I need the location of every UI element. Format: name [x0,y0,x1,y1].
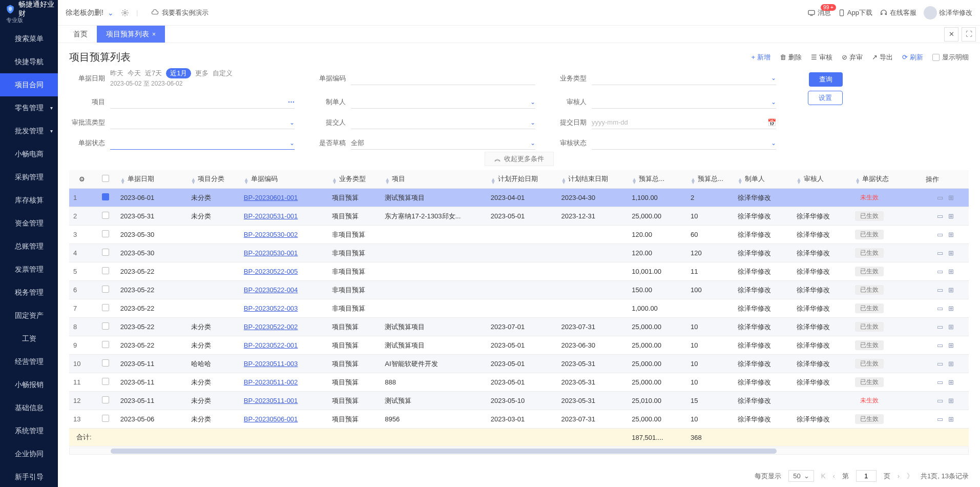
demo-link[interactable]: 我要看实例演示 [151,8,208,17]
view-icon[interactable]: ▭ [937,397,943,404]
more-icon[interactable]: ⊞ [948,360,954,368]
tab-close-all-button[interactable]: ✕ [944,27,958,42]
row-checkbox[interactable] [102,286,109,293]
view-icon[interactable]: ▭ [937,341,943,349]
select-is-draft[interactable]: 全部⌄ [351,136,535,150]
input-bill-code[interactable] [351,72,535,85]
horizontal-scrollbar[interactable] [69,448,969,455]
more-icon[interactable]: ⊞ [948,323,954,331]
bill-code-link[interactable]: BP-20230522-002 [244,323,298,331]
company-selector[interactable]: 徐老板勿删! ⌄ [66,8,114,17]
table-row[interactable]: 52023-05-22BP-20230522-005非项目预算10,001.00… [69,262,969,281]
select-audit-status[interactable]: ⌄ [592,136,776,150]
view-icon[interactable]: ▭ [937,286,943,294]
sidebar-item-14[interactable]: 经营管理 [0,350,58,373]
settings-button[interactable]: 设置 [808,91,843,105]
table-row[interactable]: 62023-05-22BP-20230522-004非项目预算150.00100… [69,281,969,299]
input-submit-date[interactable]: yyyy-mm-dd📅 [592,116,776,129]
col-header-1[interactable] [95,170,116,189]
table-row[interactable]: 22023-05-31未分类BP-20230531-001项目预算东方塞纳17-… [69,207,969,226]
table-row[interactable]: 12023-06-01未分类BP-20230601-001项目预算测试预算项目2… [69,189,969,207]
sidebar-item-1[interactable]: 快捷导航 [0,50,58,73]
table-row[interactable]: 82023-05-22未分类BP-20230522-002项目预算测试预算项目2… [69,318,969,336]
select-maker[interactable]: ⌄ [351,95,535,109]
date-opt-0[interactable]: 昨天 [110,69,123,78]
view-icon[interactable]: ▭ [937,212,943,220]
select-auditor[interactable]: ⌄ [592,95,776,109]
view-icon[interactable]: ▭ [937,194,943,201]
col-header-11[interactable]: ▲▼制单人 [734,170,793,189]
col-header-10[interactable]: ▲▼预算总... [686,170,734,189]
sidebar-item-16[interactable]: 基础信息 [0,396,58,419]
bill-code-link[interactable]: BP-20230530-001 [244,249,298,257]
more-icon[interactable]: ⊞ [948,212,954,220]
more-icon[interactable]: ⊞ [948,194,954,201]
col-header-6[interactable]: ▲▼项目 [381,170,487,189]
export-button[interactable]: ↗导出 [872,53,893,62]
sidebar-item-17[interactable]: 系统管理 [0,419,58,442]
date-opt-1[interactable]: 今天 [128,69,141,78]
col-header-0[interactable]: ⚙ [69,170,95,189]
bill-code-link[interactable]: BP-20230531-001 [244,212,298,220]
bill-code-link[interactable]: BP-20230522-003 [244,305,298,312]
more-icon[interactable]: ⊞ [948,305,954,312]
row-checkbox[interactable] [102,304,109,311]
row-checkbox[interactable] [102,249,109,256]
sidebar-item-11[interactable]: 税务管理 [0,281,58,304]
abandon-button[interactable]: ⊘弃审 [842,53,863,62]
view-icon[interactable]: ▭ [937,323,943,331]
add-button[interactable]: +新增 [751,53,770,62]
view-icon[interactable]: ▭ [937,415,943,423]
support-button[interactable]: 在线客服 [880,8,916,17]
table-row[interactable]: 132023-05-06未分类BP-20230506-001项目预算895620… [69,410,969,429]
row-checkbox[interactable] [102,267,109,274]
close-icon[interactable]: × [152,31,156,38]
more-icon[interactable]: ⊞ [948,378,954,386]
table-row[interactable]: 42023-05-30BP-20230530-001非项目预算120.00120… [69,244,969,262]
bill-code-link[interactable]: BP-20230511-001 [244,397,298,404]
sidebar-item-3[interactable]: 零售管理▾ [0,96,58,119]
row-checkbox[interactable] [102,359,109,367]
row-checkbox[interactable] [102,230,109,237]
bill-code-link[interactable]: BP-20230522-001 [244,341,298,349]
col-header-13[interactable]: ▲▼单据状态 [851,170,904,189]
refresh-button[interactable]: ⟳刷新 [902,53,923,62]
col-header-9[interactable]: ▲▼预算总... [628,170,686,189]
col-header-15[interactable]: 操作 [922,170,969,189]
select-biz-type[interactable]: ⌄ [592,72,776,85]
more-icon[interactable]: ⊞ [948,249,954,257]
next-page-button[interactable]: › [898,472,900,480]
bill-code-link[interactable]: BP-20230530-002 [244,231,298,238]
fullscreen-button[interactable]: ⛶ [962,27,976,42]
tab-home[interactable]: 首页 [64,26,97,43]
prev-page-button[interactable]: ‹ [832,472,835,480]
more-icon[interactable]: ⊞ [948,397,954,404]
tab-budget-list[interactable]: 项目预算列表 × [97,26,165,43]
date-opt-4[interactable]: 更多 [195,69,208,78]
sidebar-item-6[interactable]: 采购管理 [0,166,58,189]
view-icon[interactable]: ▭ [937,268,943,275]
more-icon[interactable]: ⊞ [948,341,954,349]
select-flow-type[interactable]: ⌄ [110,116,295,129]
more-icon[interactable]: ⊞ [948,268,954,275]
select-bill-status[interactable]: ⌄ [110,136,295,150]
col-header-8[interactable]: ▲▼计划结束日期 [557,170,628,189]
col-header-12[interactable]: ▲▼审核人 [793,170,851,189]
sidebar-item-7[interactable]: 库存核算 [0,189,58,212]
select-project[interactable]: ⋯ [110,95,295,109]
col-header-14[interactable] [904,170,922,189]
show-detail-checkbox[interactable]: 显示明细 [932,53,969,62]
select-submitter[interactable]: ⌄ [351,116,535,129]
row-checkbox[interactable] [102,322,109,330]
sidebar-item-2[interactable]: 项目合同 [0,73,58,96]
last-page-button[interactable]: 》 [907,472,913,481]
col-header-2[interactable]: ▲▼单据日期 [116,170,187,189]
sidebar-item-8[interactable]: 资金管理 [0,212,58,235]
row-checkbox[interactable] [102,378,109,385]
sidebar-item-9[interactable]: 总账管理 [0,235,58,258]
bill-code-link[interactable]: BP-20230511-003 [244,360,298,368]
table-row[interactable]: 32023-05-30BP-20230530-002非项目预算120.0060徐… [69,226,969,244]
messages-button[interactable]: 消息 99 + [807,8,831,17]
table-row[interactable]: 122023-05-11未分类BP-20230511-001项目预算测试预算20… [69,392,969,410]
table-row[interactable]: 102023-05-11哈哈哈BP-20230511-003项目预算AI智能软硬… [69,355,969,373]
